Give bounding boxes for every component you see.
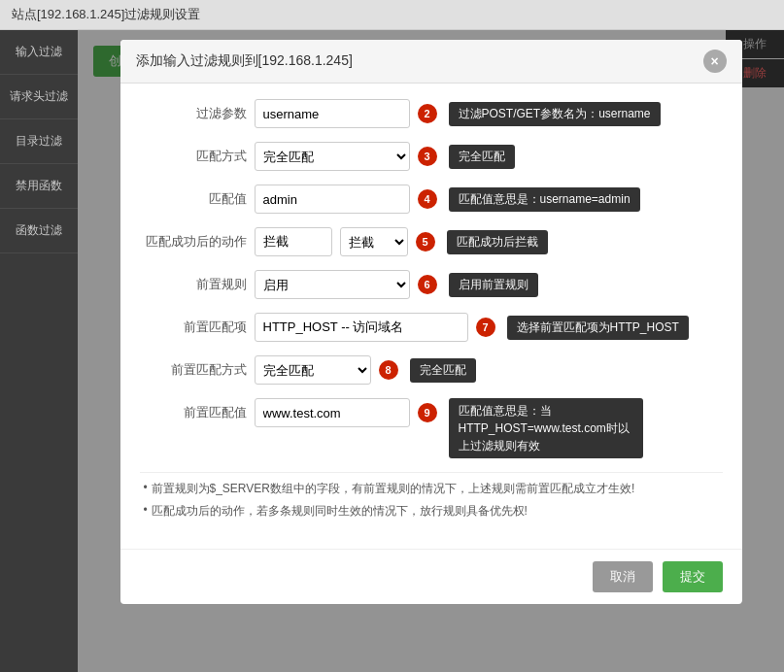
sidebar-item-input-filter[interactable]: 输入过滤 xyxy=(0,30,78,75)
prereq-label: 前置规则 xyxy=(140,276,247,293)
step6-badge: 6 xyxy=(418,275,437,294)
main-container: 站点[192.168.1.245]过滤规则设置 输入过滤 请求头过滤 目录过滤 … xyxy=(0,0,784,672)
action-input[interactable] xyxy=(255,227,332,256)
sidebar-item-dir-filter[interactable]: 目录过滤 xyxy=(0,119,78,164)
prereq-tooltip: 启用前置规则 xyxy=(449,273,538,297)
step3-badge: 3 xyxy=(418,147,437,166)
prereq-val-input[interactable] xyxy=(255,398,410,427)
prereq-match-label: 前置匹配方式 xyxy=(140,361,247,379)
step8-badge: 8 xyxy=(379,360,398,380)
step2-badge: 2 xyxy=(418,104,437,123)
submit-button[interactable]: 提交 xyxy=(663,561,723,592)
prereq-match-tooltip: 完全匹配 xyxy=(410,358,476,383)
match-val-input[interactable] xyxy=(255,185,410,214)
action-row: 匹配成功后的动作 拦截 放行 记录 5 匹配成功后拦截 xyxy=(140,227,723,256)
prereq-select[interactable]: 启用 禁用 xyxy=(255,270,410,299)
match-tooltip: 完全匹配 xyxy=(449,145,515,169)
param-input[interactable] xyxy=(255,99,410,128)
step7-badge: 7 xyxy=(476,318,495,337)
modal-title: 添加输入过滤规则到[192.168.1.245] xyxy=(136,52,353,70)
cancel-button[interactable]: 取消 xyxy=(593,561,653,592)
match-val-tooltip: 匹配值意思是：username=admin xyxy=(449,187,640,212)
step5-badge: 5 xyxy=(416,232,435,252)
page-title-bar: 站点[192.168.1.245]过滤规则设置 xyxy=(0,0,784,30)
match-val-row: 匹配值 4 匹配值意思是：username=admin xyxy=(140,185,723,214)
modal-close-button[interactable]: × xyxy=(703,50,727,73)
sidebar-item-request-header-filter[interactable]: 请求头过滤 xyxy=(0,75,78,119)
step9-badge: 9 xyxy=(418,403,437,422)
prereq-field-tooltip: 选择前置匹配项为HTTP_HOST xyxy=(507,316,689,340)
action-label: 匹配成功后的动作 xyxy=(140,233,247,251)
prereq-val-tooltip: 匹配值意思是：当HTTP_HOST=www.test.com时以上过滤规则有效 xyxy=(449,398,643,458)
page-title: 站点[192.168.1.245]过滤规则设置 xyxy=(12,7,200,21)
modal-body: 过滤参数 2 过滤POST/GET参数名为：username 匹配方式 完全匹配 xyxy=(120,84,742,549)
prereq-match-select[interactable]: 完全匹配 包含匹配 正则匹配 xyxy=(255,355,371,385)
match-select[interactable]: 完全匹配 包含匹配 正则匹配 xyxy=(255,142,410,171)
sidebar: 输入过滤 请求头过滤 目录过滤 禁用函数 函数过滤 xyxy=(0,30,78,672)
prereq-match-row: 前置匹配方式 完全匹配 包含匹配 正则匹配 8 完全匹配 xyxy=(140,355,723,385)
modal-header: 添加输入过滤规则到[192.168.1.245] × xyxy=(120,40,742,84)
action-tooltip: 匹配成功后拦截 xyxy=(447,230,548,254)
action-select[interactable]: 拦截 放行 记录 xyxy=(340,227,408,256)
match-row: 匹配方式 完全匹配 包含匹配 正则匹配 3 完全匹配 xyxy=(140,142,723,171)
main-content: 创建过滤规则 ← 1 点击创建过滤规则 操作 删除 添加输入过滤规则到[192 xyxy=(78,30,784,672)
content-area: 输入过滤 请求头过滤 目录过滤 禁用函数 函数过滤 创建过滤规则 ← 1 xyxy=(0,30,784,672)
notes-section: 前置规则为$_SERVER数组中的字段，有前置规则的情况下，上述规则需前置匹配成… xyxy=(140,472,723,533)
prereq-field-input[interactable] xyxy=(255,313,468,342)
prereq-val-row: 前置匹配值 9 匹配值意思是：当HTTP_HOST=www.test.com时以… xyxy=(140,398,723,458)
prereq-field-label: 前置匹配项 xyxy=(140,319,247,336)
prereq-field-row: 前置匹配项 7 选择前置匹配项为HTTP_HOST xyxy=(140,313,723,342)
param-tooltip: 过滤POST/GET参数名为：username xyxy=(449,102,661,126)
modal-overlay: 添加输入过滤规则到[192.168.1.245] × 过滤参数 2 xyxy=(78,30,784,672)
modal-dialog: 添加输入过滤规则到[192.168.1.245] × 过滤参数 2 xyxy=(120,40,742,604)
step4-badge: 4 xyxy=(418,189,437,209)
param-row: 过滤参数 2 过滤POST/GET参数名为：username xyxy=(140,99,723,128)
match-val-label: 匹配值 xyxy=(140,190,247,208)
prereq-val-label: 前置匹配值 xyxy=(140,398,247,421)
match-label: 匹配方式 xyxy=(140,148,247,165)
prereq-row: 前置规则 启用 禁用 6 启用前置规则 xyxy=(140,270,723,299)
note-1: 前置规则为$_SERVER数组中的字段，有前置规则的情况下，上述规则需前置匹配成… xyxy=(144,481,719,497)
sidebar-item-disable-func[interactable]: 禁用函数 xyxy=(0,164,78,209)
sidebar-item-func-filter[interactable]: 函数过滤 xyxy=(0,209,78,253)
param-label: 过滤参数 xyxy=(140,105,247,122)
note-2: 匹配成功后的动作，若多条规则同时生效的情况下，放行规则具备优先权! xyxy=(144,503,719,520)
modal-footer: 取消 提交 xyxy=(120,549,742,604)
